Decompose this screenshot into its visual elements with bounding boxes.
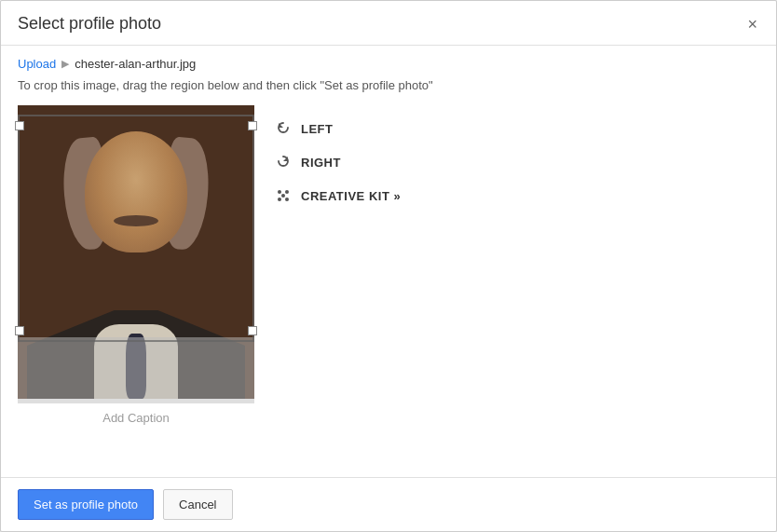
- dialog-header: Select profile photo ×: [1, 1, 776, 46]
- creative-kit-tool[interactable]: CREATIVE KIT »: [273, 185, 401, 206]
- svg-point-4: [278, 198, 281, 201]
- uncropped-overlay: [18, 337, 254, 403]
- dialog-footer: Set as profile photo Cancel: [1, 477, 776, 531]
- rotate-left-tool[interactable]: LEFT: [273, 118, 401, 139]
- breadcrumb-upload-link[interactable]: Upload: [18, 57, 56, 71]
- dialog-title: Select profile photo: [18, 14, 161, 34]
- svg-point-3: [285, 190, 289, 194]
- creative-kit-label: CREATIVE KIT »: [301, 189, 401, 203]
- breadcrumb-arrow: ▶: [61, 58, 69, 70]
- close-button[interactable]: ×: [745, 16, 759, 33]
- svg-point-6: [281, 194, 285, 198]
- creative-kit-icon: [273, 185, 293, 206]
- crop-container[interactable]: [18, 105, 254, 403]
- breadcrumb-filename: chester-alan-arthur.jpg: [75, 57, 196, 71]
- cancel-button[interactable]: Cancel: [163, 489, 232, 520]
- rotate-right-label: RIGHT: [301, 156, 341, 170]
- tools-panel: LEFT RIGHT: [273, 105, 401, 206]
- rotate-right-icon: [273, 152, 293, 172]
- rotate-left-icon: [273, 118, 293, 139]
- add-caption[interactable]: Add Caption: [102, 411, 170, 425]
- rotate-right-tool[interactable]: RIGHT: [273, 152, 401, 172]
- svg-point-2: [278, 190, 281, 194]
- svg-point-5: [285, 198, 289, 201]
- breadcrumb: Upload ▶ chester-alan-arthur.jpg: [18, 57, 759, 71]
- content-area: Add Caption LEFT: [18, 105, 759, 477]
- crop-instruction: To crop this image, drag the region belo…: [18, 78, 759, 92]
- select-profile-photo-dialog: Select profile photo × Upload ▶ chester-…: [0, 0, 777, 532]
- rotate-left-label: LEFT: [301, 122, 334, 136]
- image-wrapper: Add Caption: [18, 105, 254, 425]
- set-profile-photo-button[interactable]: Set as profile photo: [18, 489, 154, 520]
- dialog-body: Upload ▶ chester-alan-arthur.jpg To crop…: [1, 46, 776, 477]
